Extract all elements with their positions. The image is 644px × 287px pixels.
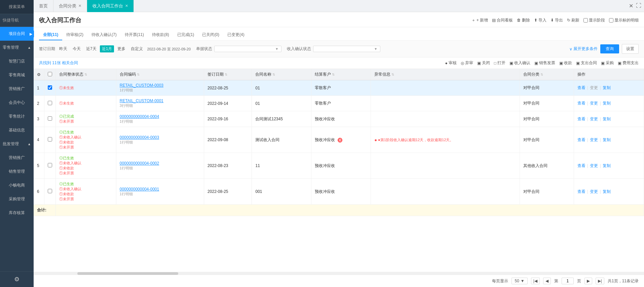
refresh-button[interactable]: ↻ 刷新 bbox=[567, 17, 579, 23]
th-settings[interactable]: ⚙ bbox=[34, 69, 44, 80]
filter-tab-pending-receipt[interactable]: 待收款(8) bbox=[148, 30, 173, 40]
filter-tab-pending-invoice[interactable]: 待开票(11) bbox=[121, 30, 148, 40]
row-checkbox[interactable] bbox=[48, 85, 52, 90]
filter-tab-all[interactable]: 全部(11) bbox=[39, 30, 62, 40]
income-confirm-button[interactable]: ▣ 收入确认 bbox=[509, 60, 530, 66]
show-segment-input[interactable] bbox=[583, 18, 588, 23]
th-contract-name[interactable]: 合同名称⇅ bbox=[252, 69, 311, 80]
page-last-button[interactable]: ▶| bbox=[596, 278, 604, 284]
sidebar-item-inventory[interactable]: 库存核算 bbox=[0, 206, 34, 220]
table-row[interactable]: 4 ◎已生效 ①未收入确认 ①未收款 ①未开票 0000000000004-00… bbox=[34, 127, 644, 153]
th-checkbox[interactable] bbox=[44, 69, 56, 80]
contract-code-link[interactable]: 0000000000004-0001 bbox=[120, 187, 159, 192]
purchase-button[interactable]: ▣ 采购 bbox=[601, 60, 614, 66]
change-button[interactable]: 变更 bbox=[590, 101, 598, 106]
sales-invoice-button[interactable]: ▣ 销售发票 bbox=[534, 60, 555, 66]
page-next-button[interactable]: ▶ bbox=[584, 278, 592, 284]
sidebar-settings[interactable]: ⚙ bbox=[0, 271, 34, 287]
contract-code-link[interactable]: RETAIL_CUSTOM-0003 bbox=[120, 83, 163, 88]
sidebar-item-project[interactable]: 项目合同 ▶ bbox=[0, 27, 34, 41]
tab-income-contract-close[interactable]: ✕ bbox=[125, 4, 128, 8]
page-prev-button[interactable]: ◀ bbox=[543, 278, 551, 284]
sidebar-item-xiaochang[interactable]: 小畅电商 bbox=[0, 178, 34, 192]
table-row[interactable]: 3 ◎已完成 ①未开票 0000000000004-0004 1行明细 2022… bbox=[34, 111, 644, 127]
new-button[interactable]: ＋ + 新增 bbox=[471, 17, 488, 23]
th-contract-code[interactable]: 合同编码⇅ bbox=[116, 69, 204, 80]
filter-tab-completed[interactable]: 已完成(1) bbox=[173, 30, 198, 40]
tab-contract-category[interactable]: 合同分类 ✕ bbox=[53, 0, 87, 12]
show-detail-checkbox[interactable]: 显示标的明细 bbox=[609, 17, 639, 23]
review-button[interactable]: ● 审核 bbox=[445, 60, 457, 66]
sidebar-item-retail-mall[interactable]: 零售商城 bbox=[0, 68, 34, 82]
sidebar-search[interactable]: 搜索菜单 bbox=[0, 0, 34, 14]
tab-home[interactable]: 首页 bbox=[34, 0, 53, 12]
view-button[interactable]: 查看 bbox=[577, 137, 585, 142]
th-contract-category[interactable]: 合同分类⇅ bbox=[520, 69, 574, 80]
show-segment-checkbox[interactable]: 显示阶段 bbox=[583, 17, 605, 23]
sidebar-item-sales-mgmt[interactable]: 销售管理 bbox=[0, 165, 34, 178]
sidebar-item-wholesale[interactable]: 批发管理 ▲ bbox=[0, 137, 34, 151]
tab-contract-category-close[interactable]: ✕ bbox=[78, 4, 81, 8]
copy-button[interactable]: 复制 bbox=[603, 117, 611, 121]
document-status-select[interactable]: ▼ bbox=[214, 46, 281, 52]
page-size-select[interactable]: 50 ▼ bbox=[512, 278, 527, 284]
view-button[interactable]: 查看 bbox=[577, 163, 585, 168]
copy-button[interactable]: 复制 bbox=[603, 101, 611, 106]
view-button[interactable]: 查看 bbox=[577, 117, 585, 121]
view-button[interactable]: 查看 bbox=[577, 189, 585, 194]
sidebar-item-member[interactable]: 会员中心 bbox=[0, 96, 34, 110]
date-btn-custom[interactable]: 自定义 bbox=[129, 45, 145, 52]
change-button[interactable]: 变更 bbox=[590, 117, 598, 121]
expense-out-button[interactable]: ▣ 费用支出 bbox=[618, 60, 639, 66]
sidebar-item-base-info[interactable]: 基础信息 bbox=[0, 123, 34, 137]
sidebar-item-marketing2[interactable]: 营销推广 bbox=[0, 151, 34, 165]
page-first-button[interactable]: |◀ bbox=[531, 278, 540, 284]
table-row[interactable]: 6 ◎已生效 ①未收入确认 ①未收款 ①未开票 0000000000004-00… bbox=[34, 179, 644, 205]
page-number-input[interactable] bbox=[562, 278, 574, 284]
horizontal-scrollbar[interactable] bbox=[34, 272, 644, 275]
table-row[interactable]: 2 ①未生效 RETAIL_CUSTOM-0001 3行明细 2022-09-1… bbox=[34, 96, 644, 111]
td-checkbox[interactable] bbox=[44, 179, 56, 205]
window-close-icon[interactable]: ✕ bbox=[629, 3, 633, 9]
show-detail-input[interactable] bbox=[609, 18, 613, 23]
date-btn-1month[interactable]: 近1月 bbox=[100, 45, 114, 52]
filter-tab-pending-income-confirm[interactable]: 待收入确认(7) bbox=[87, 30, 121, 40]
view-button[interactable]: 查看 bbox=[577, 101, 585, 106]
copy-button[interactable]: 复制 bbox=[603, 189, 611, 194]
row-checkbox[interactable] bbox=[48, 189, 52, 193]
th-sign-date[interactable]: 签订日期⇅ bbox=[204, 69, 252, 80]
copy-button[interactable]: 复制 bbox=[603, 137, 611, 142]
td-checkbox[interactable] bbox=[44, 111, 56, 127]
contract-code-link[interactable]: 0000000000004-0003 bbox=[120, 135, 159, 140]
th-overall-status[interactable]: 合同整体状态⇅ bbox=[56, 69, 116, 80]
export-button[interactable]: ⬇ 导出 bbox=[551, 17, 563, 23]
td-checkbox[interactable] bbox=[44, 127, 56, 153]
setting-button[interactable]: 设置 bbox=[622, 44, 639, 54]
th-settle-customer[interactable]: 结算客户⇅ bbox=[311, 69, 371, 80]
filter-tab-changed[interactable]: 已变更(4) bbox=[223, 30, 249, 40]
copy-button[interactable]: 复制 bbox=[603, 85, 611, 90]
sidebar-item-purchase[interactable]: 采购管理 bbox=[0, 192, 34, 206]
date-btn-7days[interactable]: 近7天 bbox=[84, 45, 99, 52]
view-button[interactable]: 查看 bbox=[577, 85, 585, 90]
window-maximize-icon[interactable]: ⛶ bbox=[636, 3, 641, 9]
tab-income-contract[interactable]: 收入合同工作台 ✕ bbox=[87, 0, 134, 12]
contract-board-button[interactable]: ▤ 合同看板 bbox=[492, 17, 513, 23]
td-checkbox[interactable] bbox=[44, 153, 56, 179]
sidebar-item-retail-stats[interactable]: 零售统计 bbox=[0, 110, 34, 123]
sidebar-item-marketing[interactable]: 营销推广 bbox=[0, 82, 34, 96]
change-button[interactable]: 变更 bbox=[590, 163, 598, 168]
receipt-button[interactable]: ▣ 收款 bbox=[559, 60, 572, 66]
query-button[interactable]: 查询 bbox=[600, 44, 619, 53]
sidebar-nav[interactable]: 快捷导航 bbox=[0, 14, 34, 27]
open-button[interactable]: □ 打开 bbox=[494, 60, 505, 66]
date-btn-more[interactable]: 更多 bbox=[115, 45, 127, 52]
abandon-button[interactable]: ◎ 弃审 bbox=[461, 60, 473, 66]
contract-code-link[interactable]: 0000000000004-0002 bbox=[120, 161, 159, 166]
close-button[interactable]: ▣ 关闭 bbox=[477, 60, 490, 66]
contract-code-link[interactable]: 0000000000004-0004 bbox=[120, 114, 159, 119]
expense-contract-button[interactable]: ▣ 支出合同 bbox=[576, 60, 597, 66]
income-confirm-select[interactable]: ▼ bbox=[313, 46, 380, 52]
sidebar-item-smart-store[interactable]: 智慧门店 bbox=[0, 54, 34, 68]
row-checkbox[interactable] bbox=[48, 101, 52, 105]
